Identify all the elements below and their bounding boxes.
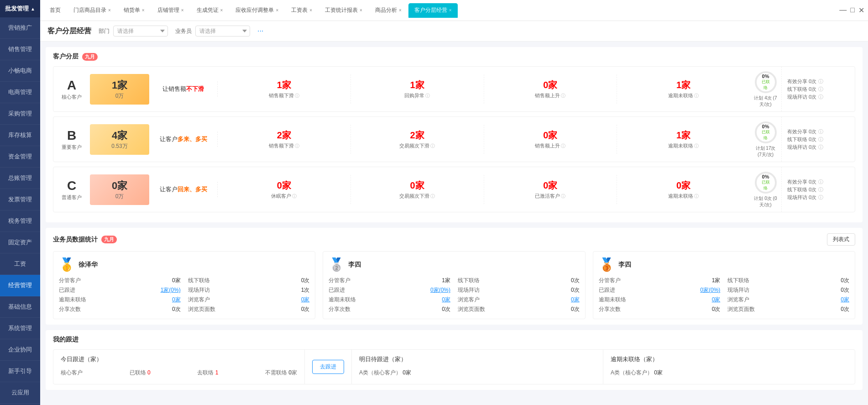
tier-count-a: 1家0万 — [90, 74, 149, 105]
staff-header-0: 🥇徐泽华 — [59, 257, 309, 272]
staff-stat-value[interactable]: 0家 — [571, 296, 580, 304]
go-followup-button[interactable]: 去跟进 — [312, 360, 344, 374]
staff-medal-icon: 🥇 — [59, 257, 75, 272]
sidebar-item-营销推广[interactable]: 营销推广 — [0, 17, 40, 39]
staff-stat-row: 浏览客户0家 — [458, 296, 580, 304]
sidebar-item-总账管理[interactable]: 总账管理 — [0, 168, 40, 189]
staff-stat-row: 分享次数0次 — [329, 305, 450, 313]
staff-stat-value: 0次 — [301, 277, 310, 284]
tab-close-icon[interactable]: × — [399, 8, 402, 13]
staff-stat-row: 线下联络0次 — [458, 277, 580, 284]
staff-stat-value[interactable]: 0家 — [172, 296, 181, 304]
staff-stat-value: 0次 — [571, 277, 580, 284]
staff-stat-value: 1次 — [301, 286, 310, 294]
tab-close-icon[interactable]: × — [360, 8, 362, 13]
tab-生成凭证[interactable]: 生成凭证× — [191, 3, 229, 18]
staff-stat-value[interactable]: 0家 — [442, 296, 450, 304]
window-minimize-icon[interactable]: — — [839, 6, 847, 15]
tab-close-icon[interactable]: × — [220, 8, 223, 13]
sidebar-item-企业协同[interactable]: 企业协同 — [0, 339, 40, 361]
tab-close-icon[interactable]: × — [276, 8, 278, 13]
staff-stat-value[interactable]: 0家 — [712, 296, 721, 304]
staff-stat-value[interactable]: 0家 — [301, 296, 310, 304]
staff-stat-row: 浏览页面数0次 — [458, 305, 580, 313]
tab-门店商品目录[interactable]: 门店商品目录× — [68, 3, 117, 18]
sidebar-item-经营管理[interactable]: 经营管理 — [0, 275, 40, 296]
tab-close-icon[interactable]: × — [449, 8, 452, 13]
staff-select[interactable]: 请选择 — [195, 26, 250, 37]
staff-stat-label: 浏览页面数 — [188, 305, 215, 313]
tab-商品分析[interactable]: 商品分析× — [369, 3, 408, 18]
tomorrow-followup-label: 明日待跟进（家） — [359, 355, 596, 363]
sidebar-item-发票管理[interactable]: 发票管理 — [0, 189, 40, 210]
sidebar-item-税务管理[interactable]: 税务管理 — [0, 210, 40, 232]
staff-stat-value[interactable]: 1家(0%) — [161, 286, 181, 294]
sidebar-item-电商管理[interactable]: 电商管理 — [0, 82, 40, 103]
right-metric-item: 有效分享 0次 ⓘ — [787, 128, 849, 135]
tab-店铺管理[interactable]: 店铺管理× — [152, 3, 190, 18]
biz-month-badge: 九月 — [101, 236, 117, 243]
staff-stat-value[interactable]: 0家(0%) — [700, 286, 720, 294]
staff-stat-row: 分管客户1家 — [599, 277, 721, 284]
staff-stat-value[interactable]: 0家(0%) — [430, 286, 450, 294]
sidebar-item-系统管理[interactable]: 系统管理 — [0, 318, 40, 339]
tab-close-icon[interactable]: × — [309, 8, 312, 13]
staff-stat-value: 1家 — [712, 277, 721, 284]
tab-close-icon[interactable]: × — [181, 8, 184, 13]
main-area: 首页门店商品目录×销货单×店铺管理×生成凭证×应收应付调整单×工资表×工资统计报… — [40, 0, 868, 405]
staff-stat-label: 逾期未联络 — [599, 296, 626, 304]
tab-应收应付调整单[interactable]: 应收应付调整单× — [230, 3, 284, 18]
tab-close-icon[interactable]: × — [142, 8, 145, 13]
tier-right-metrics-c: 有效分享 0次 ⓘ线下联络 0次 ⓘ现场拜访 0次 ⓘ — [782, 175, 855, 205]
tier-a-val: 0家 — [403, 369, 411, 376]
filter-more-icon[interactable]: ··· — [257, 27, 263, 35]
sidebar-item-资金管理[interactable]: 资金管理 — [0, 146, 40, 168]
metric-item: 1家逾期未联络 ⓘ — [617, 125, 750, 154]
tab-工资统计报表[interactable]: 工资统计报表× — [319, 3, 368, 18]
sidebar-item-库存核算[interactable]: 库存核算 — [0, 125, 40, 146]
tier-label-a: A核心客户 — [53, 71, 90, 108]
tab-工资表[interactable]: 工资表× — [285, 3, 318, 18]
staff-stat-value: 1家 — [442, 277, 450, 284]
tab-close-icon[interactable]: × — [108, 8, 111, 13]
sidebar-header[interactable]: 批发管理 ▲ — [0, 0, 40, 17]
core-label: 核心客户 — [61, 369, 83, 377]
tab-首页[interactable]: 首页 — [44, 3, 67, 18]
overdue-core-row: A类（核心客户） 0家 — [611, 369, 847, 377]
sidebar-item-基础信息[interactable]: 基础信息 — [0, 296, 40, 318]
staff-stat-value: 0次 — [442, 305, 450, 313]
staff-stat-label: 分管客户 — [599, 277, 621, 284]
staff-filter: 业务员 请选择 — [175, 26, 250, 37]
sidebar-item-工资[interactable]: 工资 — [0, 253, 40, 275]
staff-stat-row: 逾期未联络0家 — [59, 296, 181, 304]
tier-row-b: B重要客户4家0.53万让客户多来、多买2家销售额下滑 ⓘ2家交易频次下滑 ⓘ0… — [53, 116, 855, 162]
staff-stat-label: 浏览客户 — [458, 296, 480, 304]
customer-section-title: 客户分层 九月 — [53, 53, 855, 61]
sidebar-item-小畅电商[interactable]: 小畅电商 — [0, 60, 40, 82]
staff-card-1: 🥈李四分管客户1家线下联络0次已跟进0家(0%)现场拜访0次逾期未联络0家浏览客… — [323, 251, 585, 319]
staff-stat-value[interactable]: 0家 — [841, 296, 849, 304]
tier-promo-a: 让销售额不下滑 — [149, 81, 218, 97]
sidebar-item-采购管理[interactable]: 采购管理 — [0, 103, 40, 125]
today-followup-label: 今日跟进（家） — [61, 355, 297, 363]
sidebar-item-固定资产[interactable]: 固定资产 — [0, 232, 40, 253]
tier-metrics-b: 2家销售额下滑 ⓘ2家交易频次下滑 ⓘ0家销售额上升 ⓘ1家逾期未联络 ⓘ — [218, 125, 750, 154]
staff-stat-label: 已跟进 — [599, 286, 615, 294]
dept-select[interactable]: 请选择 — [113, 26, 168, 37]
tab-客户分层经营[interactable]: 客户分层经营× — [408, 3, 458, 18]
sidebar-item-新手引导[interactable]: 新手引导 — [0, 361, 40, 382]
staff-stat-label: 线下联络 — [188, 277, 210, 284]
window-maximize-icon[interactable]: □ — [850, 6, 855, 15]
tomorrow-core-row: A类（核心客户） 0家 — [359, 369, 596, 377]
staff-stat-value: 0次 — [841, 305, 849, 313]
staff-card-0: 🥇徐泽华分管客户0家线下联络0次已跟进1家(0%)现场拜访1次逾期未联络0家浏览… — [53, 251, 315, 319]
tier-count-b: 4家0.53万 — [90, 124, 149, 155]
sidebar-item-销售管理[interactable]: 销售管理 — [0, 39, 40, 60]
list-view-button[interactable]: 列表式 — [827, 233, 855, 246]
metric-item: 0家销售额上升 ⓘ — [484, 74, 617, 104]
staff-stats-2: 分管客户1家线下联络0次已跟进0家(0%)现场拜访0次逾期未联络0家浏览客户0家… — [599, 277, 849, 313]
staff-stat-label: 线下联络 — [727, 277, 749, 284]
tab-销货单[interactable]: 销货单× — [118, 3, 151, 18]
sidebar-item-云应用[interactable]: 云应用 — [0, 382, 40, 404]
window-close-icon[interactable]: ✕ — [858, 6, 864, 15]
